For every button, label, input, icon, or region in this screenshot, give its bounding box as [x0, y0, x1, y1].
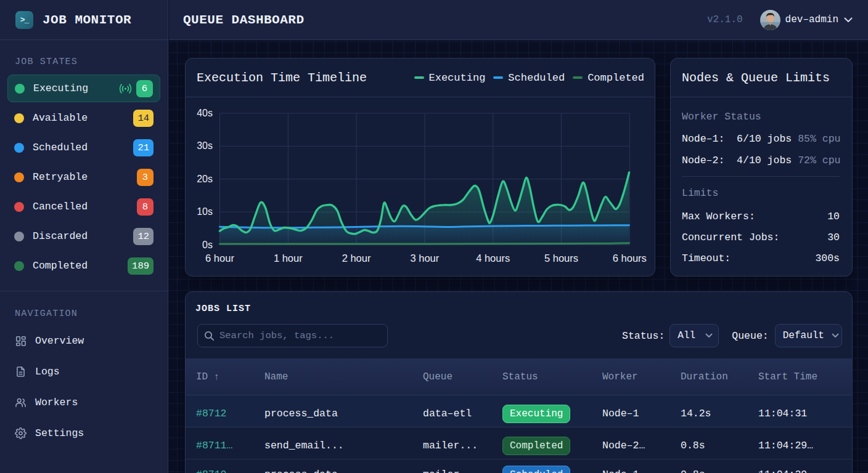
svg-text:3 hour: 3 hour: [411, 253, 440, 264]
svg-text:40s: 40s: [197, 108, 213, 118]
svg-text:30s: 30s: [197, 140, 213, 151]
svg-text:6 hour: 6 hour: [205, 253, 234, 264]
svg-text:0s: 0s: [202, 240, 213, 250]
svg-text:20s: 20s: [197, 174, 213, 184]
svg-text:5 hours: 5 hours: [544, 253, 578, 264]
svg-text:2 hour: 2 hour: [342, 253, 371, 264]
svg-text:6 hours: 6 hours: [613, 253, 647, 264]
svg-text:10s: 10s: [197, 206, 213, 217]
svg-text:4 hours: 4 hours: [476, 253, 510, 264]
svg-text:1 hour: 1 hour: [274, 253, 303, 264]
